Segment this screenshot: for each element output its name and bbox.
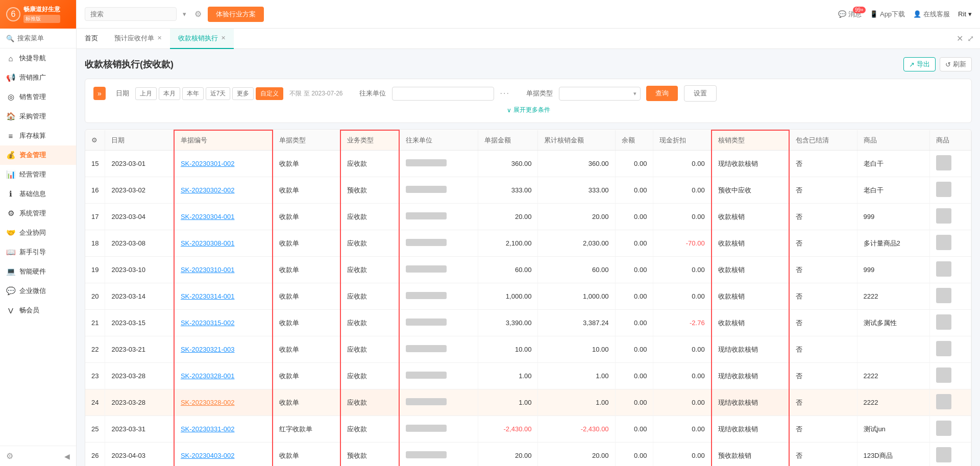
table-row: 20 2023-03-14 SK-20230314-001 收款单 应收款 1,… xyxy=(85,283,971,310)
filter-date-thisyear[interactable]: 本年 xyxy=(182,87,204,100)
bill-no-link[interactable]: SK-20230403-002 xyxy=(181,452,235,459)
col-cumulative: 累计核销金额 xyxy=(538,130,615,151)
basic-icon: ℹ xyxy=(6,189,15,199)
sidebar-item-operation[interactable]: 📊 经营管理 xyxy=(0,165,76,184)
table-row: 23 2023-03-28 SK-20230328-001 收款单 应收款 1.… xyxy=(85,363,971,389)
tab-close-all-icon[interactable]: ✕ xyxy=(957,34,963,43)
cell-bill-amount: 60.00 xyxy=(478,257,538,283)
cell-goods-img xyxy=(930,257,971,283)
bill-no-link[interactable]: SK-20230315-002 xyxy=(181,319,235,327)
bill-no-link[interactable]: SK-20230328-002 xyxy=(181,399,235,406)
bill-no-link[interactable]: SK-20230331-002 xyxy=(181,425,235,433)
topbar-dropdown-icon[interactable]: ▾ xyxy=(183,10,186,18)
tab-maximize-icon[interactable]: ⤢ xyxy=(967,34,974,43)
cell-partner xyxy=(399,416,478,443)
filter-date-thismonth[interactable]: 本月 xyxy=(159,87,180,100)
cell-goods: 测试jun xyxy=(857,416,930,443)
topbar-message[interactable]: 💬 消息 99+ xyxy=(838,10,862,19)
tab-home[interactable]: 首页 xyxy=(77,29,106,49)
cell-date: 2023-03-15 xyxy=(105,310,174,336)
bill-no-link[interactable]: SK-20230310-001 xyxy=(181,266,235,274)
export-button[interactable]: ↗ 导出 xyxy=(903,57,936,71)
topbar-app-download[interactable]: 📱 App下载 xyxy=(870,10,905,19)
sidebar-item-hardware[interactable]: 💻 智能硬件 xyxy=(0,262,76,281)
partner-filter-input[interactable] xyxy=(392,87,494,101)
sidebar-search[interactable]: 🔍 搜索菜单 xyxy=(0,29,76,48)
filter-date-lastmonth[interactable]: 上月 xyxy=(135,87,157,100)
sidebar-item-guide[interactable]: 📖 新手引导 xyxy=(0,242,76,262)
sidebar-item-wechat[interactable]: 💬 企业微信 xyxy=(0,281,76,301)
sidebar-item-inventory[interactable]: ≡ 库存核算 xyxy=(0,126,76,145)
sidebar-item-quick-nav[interactable]: ⌂ 快捷导航 xyxy=(0,48,76,68)
bill-type-select[interactable] xyxy=(559,87,641,101)
sidebar-item-system[interactable]: ⚙ 系统管理 xyxy=(0,204,76,223)
cell-bill-no: SK-20230403-002 xyxy=(174,443,273,467)
filter-expand[interactable]: ∨ 展开更多条件 xyxy=(93,106,963,114)
filter-dates: 上月 本月 本年 近7天 更多 自定义 xyxy=(135,87,284,100)
cell-goods-img xyxy=(930,416,971,443)
export-icon: ↗ xyxy=(909,61,915,68)
topbar-search-input[interactable] xyxy=(85,7,177,21)
sidebar-item-marketing[interactable]: 📢 营销推广 xyxy=(0,68,76,87)
cell-date: 2023-03-01 xyxy=(105,151,174,177)
bill-no-link[interactable]: SK-20230314-001 xyxy=(181,292,235,300)
col-cash-discount: 现金折扣 xyxy=(653,130,712,151)
tab-payable-close[interactable]: ✕ xyxy=(157,35,162,41)
col-date: 日期 xyxy=(105,130,174,151)
industry-solution-button[interactable]: 体验行业方案 xyxy=(208,7,264,22)
cell-bill-type: 收款单 xyxy=(273,151,341,177)
bill-no-link[interactable]: SK-20230302-002 xyxy=(181,186,235,194)
cell-partner xyxy=(399,230,478,257)
table-row: 16 2023-03-02 SK-20230302-002 收款单 预收款 33… xyxy=(85,177,971,204)
tab-receipt-exec[interactable]: 收款核销执行 ✕ xyxy=(170,29,234,49)
cell-partner xyxy=(399,363,478,389)
sidebar-item-sales[interactable]: ◎ 销售管理 xyxy=(0,87,76,107)
cell-partner xyxy=(399,310,478,336)
cell-bill-amount: 1.00 xyxy=(478,389,538,416)
cell-cumulative: 60.00 xyxy=(538,257,615,283)
tab-payable[interactable]: 预计应收付单 ✕ xyxy=(106,29,170,49)
sidebar-collapse-icon[interactable]: ◀ xyxy=(64,452,70,460)
nav-label-enterprise: 企业协同 xyxy=(19,228,46,237)
filter-date-7days[interactable]: 近7天 xyxy=(206,87,231,100)
col-bill-amount: 单据金额 xyxy=(478,130,538,151)
sidebar-item-purchase[interactable]: 🏠 采购管理 xyxy=(0,107,76,126)
filter-toggle-button[interactable]: » xyxy=(93,87,106,100)
topbar-user[interactable]: Rit ▾ xyxy=(958,10,972,18)
topbar-online-service[interactable]: 👤 在线客服 xyxy=(913,10,950,19)
app-badge: 标推版 xyxy=(23,15,60,23)
cell-verify-type: 收款核销 xyxy=(712,230,790,257)
sidebar-item-basic[interactable]: ℹ 基础信息 xyxy=(0,184,76,204)
filter-date-custom[interactable]: 自定义 xyxy=(256,87,283,100)
filter-bar: » 日期 上月 本月 本年 近7天 更多 自定义 不限 至 2023-07-26… xyxy=(85,79,972,123)
bill-no-link[interactable]: SK-20230308-001 xyxy=(181,239,235,247)
cell-goods-img xyxy=(930,151,971,177)
tabbar: 首页 预计应收付单 ✕ 收款核销执行 ✕ ✕ ⤢ xyxy=(77,29,980,49)
cell-verify-type: 预收款核销 xyxy=(712,443,790,467)
cell-date: 2023-03-02 xyxy=(105,177,174,204)
cell-balance: 0.00 xyxy=(615,363,653,389)
cell-bill-amount: 3,390.00 xyxy=(478,310,538,336)
col-biz-type: 业务类型 xyxy=(340,130,399,151)
query-button[interactable]: 查询 xyxy=(646,86,678,101)
sidebar-settings-icon[interactable]: ⚙ xyxy=(6,451,13,461)
tab-receipt-close[interactable]: ✕ xyxy=(221,35,226,41)
sidebar-item-finance[interactable]: 💰 资金管理 xyxy=(0,145,76,165)
bill-no-link[interactable]: SK-20230321-003 xyxy=(181,346,235,353)
settings-button[interactable]: 设置 xyxy=(684,85,717,102)
refresh-button[interactable]: ↺ 刷新 xyxy=(940,57,972,71)
cell-biz-type: 应收款 xyxy=(340,151,399,177)
cell-bill-type: 收款单 xyxy=(273,363,341,389)
col-include-settled: 包含已结清 xyxy=(789,130,857,151)
col-settings[interactable]: ⚙ xyxy=(85,130,105,151)
main-content: ▾ ⚙ 体验行业方案 💬 消息 99+ 📱 App下载 👤 在线客服 Rit ▾ xyxy=(77,0,980,466)
filter-date-more[interactable]: 更多 xyxy=(232,87,254,100)
topbar-gear-icon[interactable]: ⚙ xyxy=(194,9,202,19)
nav-label-system: 系统管理 xyxy=(19,209,46,218)
sidebar-item-vip[interactable]: V 畅会员 xyxy=(0,301,76,320)
bill-no-link[interactable]: SK-20230301-002 xyxy=(181,160,235,167)
cell-date: 2023-03-28 xyxy=(105,363,174,389)
bill-no-link[interactable]: SK-20230304-001 xyxy=(181,213,235,220)
bill-no-link[interactable]: SK-20230328-001 xyxy=(181,372,235,380)
sidebar-item-enterprise[interactable]: 🤝 企业协同 xyxy=(0,223,76,242)
